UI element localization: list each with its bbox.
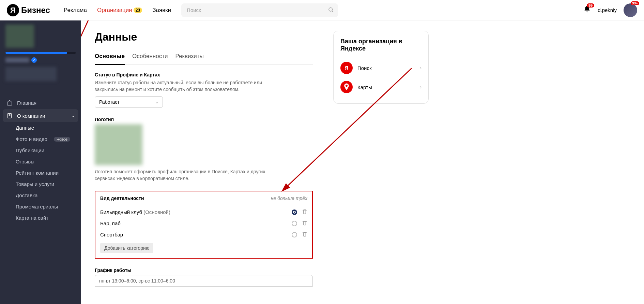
logo[interactable]: Я Бизнес (7, 4, 50, 16)
sidebar-verified-text (5, 58, 29, 62)
nav-item-advertising[interactable]: Реклама (64, 7, 87, 14)
nav-item-organizations[interactable]: Организации 23 (97, 7, 142, 14)
activity-name: Бар, паб (100, 220, 292, 226)
sidebar-submenu: Данные Фото и видео Новое Публикации Отз… (0, 122, 81, 223)
sidebar-item-label: О компании (17, 113, 45, 119)
schedule-label: График работы (95, 267, 313, 273)
sidebar-menu: Главная О компании ⌄ Данные Фото и видео… (0, 96, 81, 223)
activity-row: Спортбар (100, 229, 307, 240)
status-select[interactable]: Работает ⌄ (95, 96, 163, 108)
activity-hint: не больше трёх (271, 196, 307, 201)
sidebar-subitem-label: Доставка (16, 192, 37, 198)
section-logo: Логотип Логотип поможет оформить профиль… (95, 117, 313, 182)
status-label: Статус в Профиле и Картах (95, 72, 313, 77)
add-category-button[interactable]: Добавить категорию (100, 243, 153, 253)
right-row-maps[interactable]: Карты › (340, 77, 421, 97)
sidebar-item-about[interactable]: О компании ⌄ (3, 109, 78, 122)
notifications-button[interactable]: 99 (583, 5, 591, 15)
sidebar-subitem-promo[interactable]: Промоматериалы (16, 201, 81, 212)
sidebar-subitem-reviews[interactable]: Отзывы (16, 156, 81, 167)
svg-point-0 (329, 8, 333, 11)
org-in-yandex-card: Ваша организация в Яндексе Я Поиск › Кар… (333, 31, 429, 104)
sidebar-subitem-goods[interactable]: Товары и услуги (16, 178, 81, 190)
header-right: 99 d.pekniy 99+ (583, 3, 637, 17)
home-icon (6, 100, 13, 106)
trash-icon[interactable] (302, 209, 307, 215)
sidebar-item-home[interactable]: Главная (0, 96, 81, 109)
logo-preview[interactable] (95, 124, 142, 165)
new-badge: Новое (54, 137, 70, 142)
username[interactable]: d.pekniy (598, 7, 617, 13)
activity-primary-radio[interactable] (292, 209, 297, 215)
right-row-label: Поиск (357, 65, 415, 71)
sidebar-subitem-label: Промоматериалы (16, 204, 58, 209)
top-nav: Реклама Организации 23 Заявки (64, 7, 171, 14)
right-card-title: Ваша организация в Яндексе (340, 38, 421, 52)
tab-features[interactable]: Особенности (132, 53, 168, 64)
logo-text: Бизнес (21, 5, 50, 15)
doc-icon (6, 113, 13, 119)
chevron-right-icon: › (420, 65, 421, 71)
sidebar-progress-fill (5, 52, 67, 54)
activity-header: Вид деятельности не больше трёх (100, 196, 307, 203)
chevron-down-icon: ⌄ (155, 100, 158, 104)
schedule-field[interactable]: пн-вт 13:00–6:00, ср-вс 11:00–6:00 (95, 275, 313, 287)
tab-requisites[interactable]: Реквизиты (175, 53, 203, 64)
activity-controls (292, 220, 307, 227)
nav-item-label: Организации (97, 7, 132, 14)
svg-line-1 (332, 11, 333, 12)
sidebar-subitem-label: Рейтинг компании (16, 170, 59, 176)
sidebar-subitem-label: Карта на сайт (16, 215, 48, 221)
sidebar: ✓ Главная О компании ⌄ Данные Ф (0, 20, 81, 304)
nav-item-requests[interactable]: Заявки (152, 7, 171, 14)
avatar[interactable]: 99+ (624, 3, 637, 17)
sidebar-subitem-photos[interactable]: Фото и видео Новое (16, 133, 81, 145)
notifications-badge: 99 (587, 3, 594, 8)
sidebar-subitem-label: Публикации (16, 147, 44, 153)
nav-badge: 23 (134, 8, 142, 13)
sidebar-verified: ✓ (5, 57, 76, 63)
sidebar-subitem-delivery[interactable]: Доставка (16, 190, 81, 201)
sidebar-item-label: Главная (17, 100, 36, 106)
sidebar-org-logo[interactable] (5, 25, 34, 48)
activity-name-text: Бильярдный клуб (100, 209, 142, 215)
trash-icon[interactable] (302, 231, 307, 238)
sidebar-subitem-map[interactable]: Карта на сайт (16, 212, 81, 223)
svg-line-5 (81, 20, 91, 147)
logo-description: Логотип поможет оформить профиль организ… (95, 169, 286, 182)
activity-main-suffix: (Основной) (143, 209, 170, 215)
activity-row: Бильярдный клуб (Основной) (100, 206, 307, 218)
activity-row: Бар, паб (100, 218, 307, 229)
search-bar (181, 3, 338, 17)
sidebar-subitem-label: Фото и видео (16, 136, 47, 142)
logo-label: Логотип (95, 117, 313, 122)
yandex-icon: Я (340, 62, 353, 74)
sidebar-subitem-rating[interactable]: Рейтинг компании (16, 167, 81, 178)
sidebar-subitem-label: Отзывы (16, 159, 34, 164)
sidebar-org-block: ✓ (0, 25, 81, 87)
tab-main[interactable]: Основные (95, 53, 125, 65)
tabs: Основные Особенности Реквизиты (95, 53, 313, 64)
content-column: Данные Основные Особенности Реквизиты Ст… (95, 31, 313, 295)
sidebar-subitem-label: Товары и услуги (16, 181, 54, 187)
trash-icon[interactable] (302, 220, 307, 227)
sidebar-subitem-label: Данные (16, 125, 34, 131)
activity-primary-radio[interactable] (292, 221, 297, 226)
annotation-arrow-left (81, 20, 95, 157)
right-row-search[interactable]: Я Поиск › (340, 58, 421, 77)
activity-label: Вид деятельности (100, 196, 144, 201)
search-icon[interactable] (328, 6, 334, 14)
chevron-down-icon: ⌄ (72, 113, 75, 118)
sidebar-subitem-data[interactable]: Данные (16, 122, 81, 133)
page-title: Данные (95, 31, 313, 43)
verified-icon: ✓ (31, 57, 37, 63)
activity-primary-radio[interactable] (292, 232, 297, 237)
search-input[interactable] (181, 3, 338, 17)
avatar-badge: 99+ (631, 1, 639, 5)
logo-mark: Я (7, 4, 19, 16)
section-status: Статус в Профиле и Картах Измените стату… (95, 72, 313, 108)
sidebar-subitem-publications[interactable]: Публикации (16, 145, 81, 156)
status-description: Измените статус работы на актуальный, ес… (95, 79, 286, 93)
activity-name: Спортбар (100, 232, 292, 237)
chevron-right-icon: › (420, 84, 421, 90)
